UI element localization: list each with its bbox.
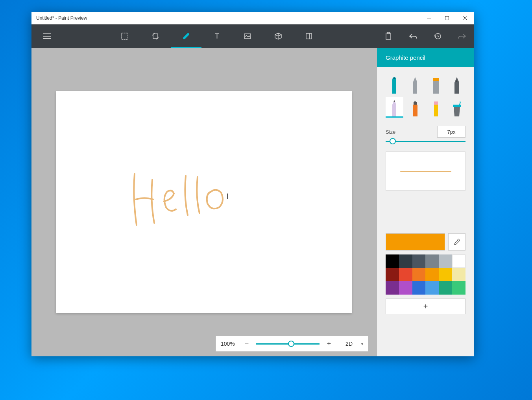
- svg-rect-11: [309, 33, 312, 39]
- zoom-bar: 100% − + 2D ▾: [216, 336, 368, 352]
- minimize-button[interactable]: [420, 12, 438, 24]
- 3d-objects-tool[interactable]: [263, 24, 294, 48]
- svg-text:T: T: [215, 32, 219, 40]
- palette-color[interactable]: [399, 254, 412, 268]
- zoom-in-button[interactable]: +: [324, 340, 334, 348]
- size-slider[interactable]: [386, 141, 466, 142]
- svg-rect-7: [122, 33, 128, 39]
- palette-color[interactable]: [399, 281, 412, 295]
- palette-color[interactable]: [452, 254, 466, 268]
- palette-color[interactable]: [425, 281, 439, 295]
- palette-color[interactable]: [412, 281, 426, 295]
- svg-rect-1: [445, 17, 449, 20]
- canvas-area: 100% − + 2D ▾: [31, 48, 377, 356]
- select-tool[interactable]: [109, 24, 140, 48]
- stickers-tool[interactable]: [232, 24, 263, 48]
- toolbar: T: [31, 24, 474, 48]
- palette-color[interactable]: [452, 281, 466, 295]
- brush-tool[interactable]: [171, 24, 201, 48]
- svg-rect-23: [453, 105, 461, 107]
- text-tool[interactable]: T: [201, 24, 232, 48]
- palette-color[interactable]: [425, 268, 439, 281]
- brush-oil[interactable]: [427, 74, 445, 94]
- palette-color[interactable]: [439, 254, 452, 268]
- undo-button[interactable]: [401, 24, 425, 48]
- size-thumb[interactable]: [390, 138, 396, 144]
- palette-color[interactable]: [439, 268, 452, 281]
- svg-rect-18: [413, 105, 417, 116]
- brush-eraser[interactable]: [427, 97, 445, 116]
- svg-rect-15: [433, 81, 439, 94]
- palette-color[interactable]: [452, 268, 466, 281]
- svg-rect-19: [414, 102, 417, 105]
- window-title: Untitled* - Paint Preview: [36, 15, 420, 21]
- color-palette: [377, 254, 474, 295]
- add-color-button[interactable]: +: [386, 299, 466, 314]
- eyedropper-button[interactable]: [448, 233, 466, 251]
- maximize-button[interactable]: [438, 12, 456, 24]
- titlebar: Untitled* - Paint Preview: [31, 12, 474, 24]
- paste-button[interactable]: [377, 24, 401, 48]
- chevron-down-icon[interactable]: ▾: [361, 342, 363, 346]
- zoom-out-button[interactable]: −: [242, 340, 251, 348]
- brush-calligraphy-pen[interactable]: [406, 74, 424, 94]
- palette-color[interactable]: [425, 254, 439, 268]
- size-row: Size 7px: [377, 120, 474, 141]
- side-panel-title: Graphite pencil: [377, 48, 474, 67]
- brush-spray-can[interactable]: [406, 97, 424, 116]
- current-color[interactable]: [386, 233, 445, 251]
- redo-button[interactable]: [450, 24, 474, 48]
- svg-rect-16: [433, 78, 439, 81]
- preview-stroke-line: [400, 171, 451, 172]
- workspace: 100% − + 2D ▾ Graphite pencil: [31, 48, 474, 356]
- brush-marker[interactable]: [386, 74, 403, 94]
- brush-fill[interactable]: [448, 97, 466, 116]
- zoom-thumb[interactable]: [288, 341, 294, 347]
- palette-color[interactable]: [386, 268, 399, 281]
- menu-button[interactable]: [31, 24, 62, 48]
- close-button[interactable]: [456, 12, 474, 24]
- palette-color[interactable]: [412, 254, 426, 268]
- palette-color[interactable]: [399, 268, 412, 281]
- svg-rect-22: [434, 101, 438, 105]
- crosshair-cursor: [225, 194, 231, 199]
- size-input[interactable]: 7px: [437, 126, 466, 138]
- palette-color[interactable]: [386, 281, 399, 295]
- view-mode-label[interactable]: 2D: [345, 341, 353, 347]
- svg-rect-10: [306, 33, 309, 39]
- canvas-drawing: [129, 170, 239, 237]
- side-panel: Graphite pencil: [377, 48, 474, 356]
- brush-graphite-pencil[interactable]: [386, 97, 403, 116]
- effects-tool[interactable]: [294, 24, 324, 48]
- brush-pen[interactable]: [448, 74, 466, 94]
- canvas[interactable]: [56, 91, 352, 313]
- zoom-slider[interactable]: [256, 343, 320, 345]
- stroke-preview: [386, 151, 466, 191]
- palette-color[interactable]: [386, 254, 399, 268]
- app-window: Untitled* - Paint Preview T: [31, 12, 474, 356]
- crop-tool[interactable]: [140, 24, 171, 48]
- svg-rect-20: [414, 101, 416, 102]
- palette-color[interactable]: [439, 281, 452, 295]
- zoom-percent: 100%: [221, 341, 237, 347]
- svg-point-17: [456, 81, 457, 82]
- palette-color[interactable]: [412, 268, 426, 281]
- size-label: Size: [386, 129, 437, 135]
- svg-rect-21: [434, 105, 438, 116]
- history-button[interactable]: [425, 24, 450, 48]
- brush-grid: [377, 67, 474, 120]
